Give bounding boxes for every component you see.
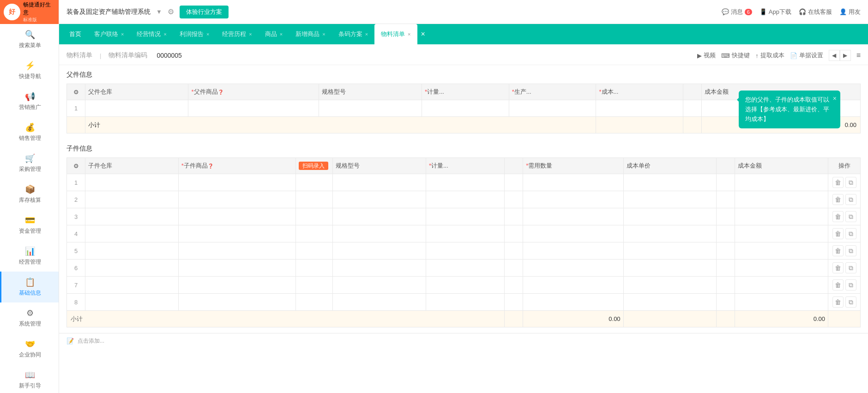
nav-next-button[interactable]: ▶ (840, 50, 851, 61)
child-row-3-warehouse[interactable] (85, 208, 179, 225)
app-download-button[interactable]: 📱 App下载 (760, 8, 791, 16)
copy-row-6-button[interactable]: ⧉ (845, 262, 856, 273)
delete-row-3-button[interactable]: 🗑 (832, 211, 844, 222)
sidebar-item-marketing[interactable]: 📢 营销推广 (0, 86, 59, 117)
child-row-4-spec[interactable] (333, 225, 426, 242)
tab-operation-close[interactable]: × (163, 31, 166, 37)
menu-icon[interactable]: ≡ (856, 51, 861, 60)
child-row-6-unit[interactable] (426, 260, 504, 277)
parent-row-1-produce[interactable] (509, 100, 596, 117)
breadcrumb-bom[interactable]: 物料清单 (66, 51, 92, 60)
child-row-7-unit[interactable] (426, 277, 504, 294)
tab-home[interactable]: 首页 (63, 24, 88, 44)
child-row-2-spec[interactable] (333, 191, 426, 208)
child-col-settings[interactable]: ⚙ (67, 158, 85, 174)
child-row-1-warehouse[interactable] (85, 174, 179, 191)
child-row-3-unit[interactable] (426, 208, 504, 225)
tab-history[interactable]: 经营历程 × (216, 24, 258, 44)
nav-prev-button[interactable]: ◀ (829, 50, 840, 61)
user-button[interactable]: 👤 用友 (839, 8, 861, 16)
sidebar-item-inventory[interactable]: 📦 库存核算 (0, 179, 59, 210)
child-row-3-spec[interactable] (333, 208, 426, 225)
dropdown-arrow-icon[interactable]: ▼ (156, 8, 162, 15)
nav-close-all[interactable]: × (417, 30, 429, 38)
child-row-2-warehouse[interactable] (85, 191, 179, 208)
tab-new-goods[interactable]: 新增商品 × (289, 24, 332, 44)
child-row-5-cost-unit[interactable] (623, 242, 717, 260)
delete-row-4-button[interactable]: 🗑 (832, 228, 844, 239)
child-row-2-cost-unit[interactable] (623, 191, 717, 208)
sidebar-item-enterprise[interactable]: 🤝 企业协同 (0, 333, 59, 364)
child-row-6-product[interactable] (178, 260, 296, 277)
delete-row-2-button[interactable]: 🗑 (832, 194, 844, 205)
tab-bom-close[interactable]: × (408, 31, 410, 37)
message-button[interactable]: 💬 消息 6 (722, 8, 752, 16)
tab-goods[interactable]: 商品 × (259, 24, 289, 44)
child-row-1-quantity[interactable] (523, 174, 623, 191)
child-row-1-spec[interactable] (333, 174, 426, 191)
child-row-5-quantity[interactable] (523, 242, 623, 260)
extract-cost-button[interactable]: ↑ 提取成本 (755, 51, 784, 60)
copy-row-4-button[interactable]: ⧉ (845, 228, 856, 239)
sidebar-item-search[interactable]: 🔍 搜索菜单 (0, 24, 59, 55)
sidebar-item-guide[interactable]: 📖 新手引导 (0, 364, 59, 393)
child-row-4-unit[interactable] (426, 225, 504, 242)
delete-row-8-button[interactable]: 🗑 (832, 296, 844, 308)
child-row-5-spec[interactable] (333, 242, 426, 260)
child-row-1-product[interactable] (178, 174, 296, 191)
tab-operation[interactable]: 经营情况 × (130, 24, 173, 44)
child-row-3-cost-unit[interactable] (623, 208, 717, 225)
child-row-6-cost-unit[interactable] (623, 260, 717, 277)
child-row-3-quantity[interactable] (523, 208, 623, 225)
child-row-7-warehouse[interactable] (85, 277, 179, 294)
sidebar-item-sales[interactable]: 💰 销售管理 (0, 117, 59, 148)
single-setting-button[interactable]: 📄 单据设置 (790, 51, 823, 60)
parent-row-1-product[interactable] (188, 100, 319, 117)
tab-bom[interactable]: 物料清单 × (374, 24, 417, 44)
child-row-3-product[interactable] (178, 208, 296, 225)
delete-row-5-button[interactable]: 🗑 (832, 245, 844, 256)
parent-row-1-unit[interactable] (422, 100, 509, 117)
child-row-2-quantity[interactable] (523, 191, 623, 208)
parent-row-1-spec[interactable] (319, 100, 422, 117)
view-button[interactable]: ▶ 视频 (697, 51, 716, 60)
tab-barcode-close[interactable]: × (365, 31, 368, 37)
shortcut-button[interactable]: ⌨ 快捷键 (721, 51, 750, 60)
child-row-7-quantity[interactable] (523, 277, 623, 294)
delete-row-7-button[interactable]: 🗑 (832, 279, 844, 290)
tab-new-goods-close[interactable]: × (322, 31, 325, 37)
child-row-2-product[interactable] (178, 191, 296, 208)
copy-row-8-button[interactable]: ⧉ (845, 296, 856, 308)
tab-profit-close[interactable]: × (206, 31, 209, 37)
child-row-7-cost-unit[interactable] (623, 277, 717, 294)
child-row-4-quantity[interactable] (523, 225, 623, 242)
child-row-1-cost-unit[interactable] (623, 174, 717, 191)
copy-row-5-button[interactable]: ⧉ (845, 245, 856, 256)
child-row-8-spec[interactable] (333, 294, 426, 311)
child-row-6-warehouse[interactable] (85, 260, 179, 277)
child-row-8-unit[interactable] (426, 294, 504, 311)
child-row-4-cost-unit[interactable] (623, 225, 717, 242)
sidebar-item-purchase[interactable]: 🛒 采购管理 (0, 148, 59, 179)
tab-history-close[interactable]: × (249, 31, 252, 37)
settings-icon[interactable]: ⚙ (168, 7, 174, 16)
sidebar-item-quicknav[interactable]: ⚡ 快捷导航 (0, 55, 59, 86)
sidebar-item-finance[interactable]: 💳 资金管理 (0, 210, 59, 241)
experience-button[interactable]: 体验行业方案 (180, 6, 229, 18)
child-row-4-warehouse[interactable] (85, 225, 179, 242)
scan-input-button[interactable]: 扫码录入 (299, 162, 328, 170)
delete-row-6-button[interactable]: 🗑 (832, 262, 844, 273)
copy-row-2-button[interactable]: ⧉ (845, 194, 856, 205)
delete-row-1-button[interactable]: 🗑 (832, 177, 844, 188)
copy-row-7-button[interactable]: ⧉ (845, 279, 856, 290)
parent-row-1-warehouse[interactable] (85, 100, 188, 117)
parent-col-settings[interactable]: ⚙ (67, 84, 85, 100)
tab-customer[interactable]: 客户联络 × (88, 24, 130, 44)
child-row-8-product[interactable] (178, 294, 296, 311)
copy-row-3-button[interactable]: ⧉ (845, 211, 856, 222)
child-row-5-unit[interactable] (426, 242, 504, 260)
tab-profit[interactable]: 利润报告 × (173, 24, 216, 44)
child-row-7-spec[interactable] (333, 277, 426, 294)
sidebar-item-system[interactable]: ⚙ 系统管理 (0, 302, 59, 333)
sidebar-item-management[interactable]: 📊 经营管理 (0, 241, 59, 272)
